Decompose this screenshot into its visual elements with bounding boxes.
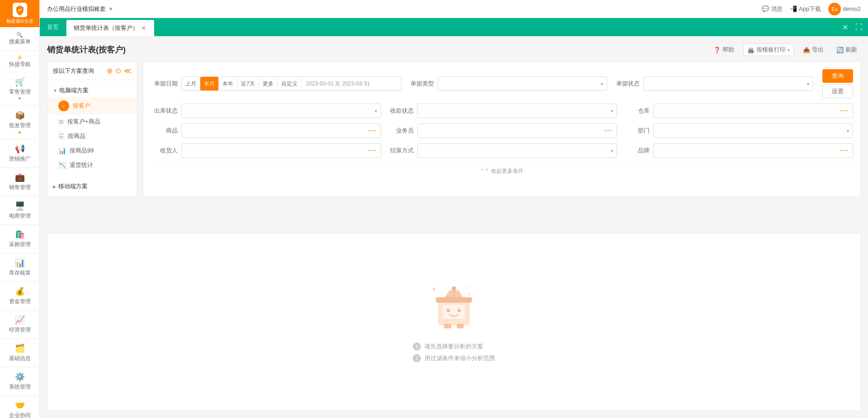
user-action[interactable]: Ea demo2	[828, 3, 861, 15]
header-left: 办公用品行业模拟账套 ▾	[47, 5, 113, 13]
message-action[interactable]: 💬 消息	[762, 5, 783, 13]
system-icon: ⚙️	[15, 372, 25, 382]
search-label: 搜索菜单	[9, 38, 31, 46]
app-download-action[interactable]: 📲 App下载	[790, 5, 821, 13]
print-button[interactable]: 🖨️ 按模板打印 ▾	[743, 43, 794, 56]
warehouse-control[interactable]: ···	[653, 104, 853, 118]
receiptstatus-control[interactable]: ▾	[417, 104, 617, 118]
receiver-control[interactable]: ···	[181, 143, 381, 158]
date-tab-lastmonth[interactable]: 上月	[182, 77, 200, 90]
scheme-item-by-product-99[interactable]: 📊 按商品99	[47, 143, 137, 158]
salesperson-ellipsis[interactable]: ···	[604, 127, 613, 135]
svg-text:✦: ✦	[465, 286, 468, 290]
basic-label: 基础信息	[9, 355, 31, 362]
scheme-edit-btn[interactable]: ⊙	[115, 66, 121, 75]
main-area: 办公用品行业模拟账套 ▾ 💬 消息 📲 App下载 Ea demo2 首页	[40, 0, 868, 418]
collapse-bar[interactable]: ⌃⌃ 收起更多条件	[151, 163, 853, 179]
scheme-mobile-header[interactable]: ▶ 移动端方案	[47, 180, 137, 193]
sidebar-item-quicknav[interactable]: ⚡ 快捷导航	[0, 51, 40, 72]
sidebar-item-operations[interactable]: 📈 经营管理	[0, 310, 40, 339]
refresh-button[interactable]: 🔄 刷新	[833, 44, 861, 56]
tab-home[interactable]: 首页	[40, 18, 66, 36]
export-label: 导出	[812, 46, 824, 54]
outstatus-control[interactable]: ▾	[181, 104, 381, 118]
tab-sales-stat-label: 销货单统计表（按客户）	[74, 24, 138, 32]
collapse-icon: ⌃⌃	[480, 168, 491, 174]
scheme-collapse-btn[interactable]: ≪	[124, 66, 132, 75]
scheme-item-by-customer[interactable]: ✓ 按客户	[47, 97, 137, 114]
dept-control[interactable]: ▾	[653, 124, 853, 138]
header-dropdown-icon[interactable]: ▾	[109, 5, 113, 12]
by-customer-product-icon: ⊞	[58, 118, 64, 125]
filter-panel: 单据日期 上月 本月 本年 近7天 更多 自定义 20	[143, 62, 861, 197]
date-control[interactable]: 上月 本月 本年 近7天 更多 自定义 2023-03-01 至 2023-03…	[181, 76, 401, 91]
retail-arrow: ▼	[18, 96, 22, 101]
help-label: 帮助	[722, 46, 734, 54]
header-title: 办公用品行业模拟账套	[47, 5, 106, 13]
search-icon: 🔍	[16, 32, 23, 38]
scheme-desktop-header[interactable]: ▼ 电脑端方案	[47, 84, 137, 97]
date-tab-thisyear[interactable]: 本年	[219, 77, 237, 90]
enterprise-label: 企业协同	[9, 412, 31, 418]
product-ellipsis[interactable]: ···	[368, 127, 377, 135]
status-control[interactable]: ▾	[643, 76, 813, 91]
product-label: 商品	[151, 127, 178, 135]
tab-close-icon[interactable]: ✕	[141, 24, 146, 32]
brand-label: 品牌	[623, 147, 650, 155]
brand-control[interactable]: ···	[653, 143, 853, 158]
settlement-control[interactable]: ▾	[417, 143, 617, 158]
return-stat-icon: 📉	[58, 162, 66, 169]
warehouse-ellipsis[interactable]: ···	[840, 107, 849, 115]
sidebar-item-marketing[interactable]: 📢 营销推广	[0, 139, 40, 168]
empty-tip-1: 1 请先选择要分析的方案	[413, 342, 495, 351]
sidebar-item-enterprise[interactable]: 🤝 企业协同	[0, 396, 40, 418]
sidebar-item-purchase[interactable]: 🛍️ 采购管理	[0, 225, 40, 253]
sidebar-item-wholesale[interactable]: 📦 批发管理 ▲	[0, 106, 40, 139]
filter-row-2: 出库状态 ▾ 收款状态 ▾	[151, 104, 853, 118]
ecommerce-label: 电商管理	[9, 212, 31, 220]
sidebar-item-ecommerce[interactable]: 🖥️ 电商管理	[0, 196, 40, 225]
settings-button[interactable]: 设置	[822, 85, 853, 98]
query-button[interactable]: 查询	[822, 69, 853, 83]
tip-number-1: 1	[413, 342, 421, 351]
tab-sales-stat[interactable]: 销货单统计表（按客户） ✕	[66, 20, 154, 36]
sidebar-item-inventory[interactable]: 📊 库存核算	[0, 253, 40, 282]
sidebar-item-search[interactable]: 🔍 搜索菜单	[0, 27, 40, 51]
sidebar-item-sales[interactable]: 💼 销售管理	[0, 168, 40, 196]
svg-rect-10	[457, 324, 464, 328]
logo-text: 畅捷通好生意	[6, 18, 33, 24]
brand-ellipsis[interactable]: ···	[840, 147, 849, 155]
tab-maximize-btn[interactable]: ⛶	[854, 21, 864, 33]
sidebar-item-basic[interactable]: 🗂️ 基础信息	[0, 339, 40, 367]
date-tab-custom[interactable]: 自定义	[278, 77, 302, 90]
operations-icon: 📈	[15, 315, 25, 325]
help-button[interactable]: ❓ 帮助	[710, 44, 738, 56]
wholesale-icon: 📦	[15, 110, 25, 120]
export-button[interactable]: 📤 导出	[799, 44, 827, 56]
sidebar-item-finance[interactable]: 💰 资金管理	[0, 282, 40, 310]
sidebar-item-system[interactable]: ⚙️ 系统管理	[0, 367, 40, 396]
tab-close-btn[interactable]: ✕	[840, 21, 850, 33]
download-icon: 📲	[790, 5, 797, 12]
receiver-ellipsis[interactable]: ···	[368, 147, 377, 155]
product-control[interactable]: ···	[181, 124, 381, 138]
scheme-item-return-stat[interactable]: 📉 退货统计	[47, 158, 137, 172]
date-tab-thismonth[interactable]: 本月	[200, 77, 219, 90]
salesperson-control[interactable]: ···	[417, 124, 617, 138]
scheme-item-by-product[interactable]: ☰ 按商品	[47, 129, 137, 143]
settlement-arrow-icon: ▾	[611, 148, 613, 153]
scheme-section-mobile: ▶ 移动端方案	[47, 176, 137, 197]
status-arrow-icon: ▾	[807, 81, 809, 86]
scheme-item-by-customer-product[interactable]: ⊞ 按客户+商品	[47, 114, 137, 129]
date-tab-more[interactable]: 更多	[259, 77, 278, 90]
date-tab-7days[interactable]: 近7天	[237, 77, 259, 90]
print-icon: 🖨️	[747, 47, 755, 53]
sidebar-item-retail[interactable]: 🛒 零售管理 ▼	[0, 72, 40, 106]
empty-state: ✦ ✦ ✦ 1 请先选择要分析的方案 2 用过滤条件来缩小分析范围	[47, 233, 861, 411]
filter-dept-item: 部门 ▾	[623, 124, 853, 138]
purchase-icon: 🛍️	[15, 229, 25, 239]
empty-tips: 1 请先选择要分析的方案 2 用过滤条件来缩小分析范围	[413, 342, 495, 366]
type-control[interactable]: ▾	[438, 76, 608, 91]
marketing-icon: 📢	[15, 144, 25, 154]
scheme-add-btn[interactable]: ⊕	[107, 66, 113, 75]
